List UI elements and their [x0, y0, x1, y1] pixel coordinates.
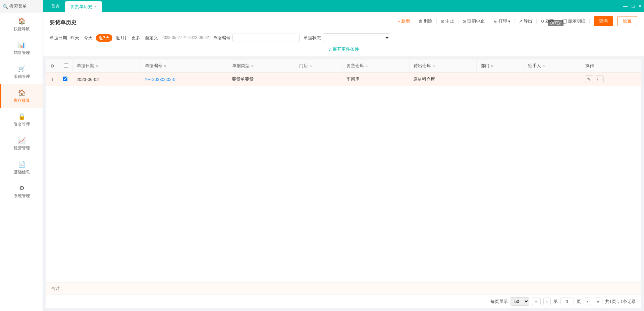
refresh-icon: ↺	[541, 19, 544, 24]
sort-store-icon[interactable]: ⇅	[309, 64, 312, 68]
cancel-stop-button[interactable]: ⊙ 取消中止	[463, 18, 485, 24]
show-detail-toggle[interactable]: 显示明细	[562, 18, 585, 24]
table-header-row: ⚙ 单据日期 ⇅	[46, 59, 641, 73]
date-custom[interactable]: 自定义	[144, 34, 159, 42]
date-filter-group: 单据日期 昨天 今天 近7天 近1月 更多 自定义 2023-05-27 至 2…	[50, 34, 209, 42]
date-today[interactable]: 今天	[83, 34, 94, 42]
row-more-btn[interactable]: ⋮⋮	[596, 75, 604, 83]
per-page-select[interactable]: 50 20 100 200	[511, 297, 529, 306]
sidebar-item-purchase[interactable]: 🛒 采购管理	[0, 60, 43, 84]
divider-2	[436, 19, 437, 24]
basic-icon: 📄	[18, 161, 25, 168]
date-more[interactable]: 更多	[130, 34, 142, 42]
row-checkbox[interactable]	[63, 77, 67, 81]
add-icon: +	[397, 19, 400, 24]
query-button[interactable]: 查询	[594, 16, 613, 26]
sidebar-item-sales[interactable]: 📊 销售管理	[0, 37, 43, 60]
row-department	[476, 73, 524, 86]
cancel-stop-icon: ⊙	[463, 19, 466, 24]
print-chevron: ▾	[508, 19, 511, 24]
sidebar-item-basic[interactable]: 📄 基础信息	[0, 156, 43, 180]
tab-history-label: 要货单历史	[70, 4, 92, 10]
tab-close-icon[interactable]: ×	[94, 4, 97, 9]
delete-button[interactable]: 🗑 删除	[418, 18, 432, 24]
doc-status-filter-group: 单据状态	[304, 33, 390, 42]
table-row: 1 2023-06-02 YH-20230602-0 要货单要货 车间库 原材料…	[46, 73, 641, 86]
prev-page-button[interactable]: ‹	[543, 298, 551, 305]
last-page-button[interactable]: »	[594, 298, 602, 305]
add-button[interactable]: + 新增	[397, 18, 410, 24]
doc-number-filter-group: 单据编号	[213, 34, 300, 42]
tab-home[interactable]: 首页	[46, 0, 65, 12]
sidebar-search[interactable]: 🔍 搜索菜单	[0, 0, 43, 13]
th-doc-no: 单据编号 ⇅	[141, 59, 228, 73]
sort-req-warehouse-icon[interactable]: ⇅	[365, 64, 368, 68]
date-month[interactable]: 近1月	[114, 34, 128, 42]
sidebar-item-operation[interactable]: 📈 经营管理	[0, 132, 43, 156]
first-page-button[interactable]: «	[532, 298, 540, 305]
sidebar-item-quick-nav[interactable]: 🏠 快捷导航	[0, 13, 43, 37]
th-pending-warehouse: 待出仓库 ⇅	[409, 59, 476, 73]
sidebar-search-label: 搜索菜单	[9, 3, 27, 9]
sort-pending-warehouse-icon[interactable]: ⇅	[432, 64, 435, 68]
tab-history[interactable]: 要货单历史 ×	[65, 1, 102, 12]
sidebar-item-finance[interactable]: 🔒 资金管理	[0, 108, 43, 132]
doc-number-input[interactable]	[232, 34, 300, 42]
sales-icon: 📊	[18, 41, 25, 49]
system-icon: ⚙	[19, 184, 24, 192]
expand-chevron-icon: ∨	[328, 47, 331, 52]
date-filter-label: 单据日期	[50, 35, 67, 41]
row-doc-no[interactable]: YH-20230602-0	[141, 73, 228, 86]
sidebar-item-label: 采购管理	[14, 74, 30, 80]
divider-5	[515, 19, 515, 24]
window-close-btn[interactable]: ×	[639, 3, 641, 9]
sidebar-item-system[interactable]: ⚙ 系统管理	[0, 180, 43, 204]
th-date: 单据日期 ⇅	[72, 59, 141, 73]
date-shortcuts: 昨天 今天 近7天 近1月 更多 自定义	[69, 34, 159, 42]
search-icon: 🔍	[3, 4, 8, 9]
row-checkbox-cell[interactable]	[59, 73, 72, 86]
row-date: 2023-06-02	[72, 73, 141, 86]
window-maximize-btn[interactable]: □	[632, 3, 634, 9]
doc-status-select[interactable]	[323, 33, 390, 42]
next-page-button[interactable]: ›	[584, 298, 591, 305]
settings-button[interactable]: 设置	[617, 16, 637, 26]
stop-button[interactable]: ⊘ 中止	[441, 18, 454, 24]
th-settings[interactable]: ⚙	[46, 59, 59, 73]
sort-department-icon[interactable]: ⇅	[491, 64, 493, 68]
date-week[interactable]: 近7天	[96, 34, 112, 42]
divider-7	[558, 19, 558, 24]
doc-status-label: 单据状态	[304, 35, 321, 41]
filter-expand-row: ∨ 展开更多条件	[50, 46, 637, 52]
th-checkbox[interactable]	[59, 59, 72, 73]
expand-more-button[interactable]: ∨ 展开更多条件	[328, 46, 359, 52]
sidebar-item-inventory[interactable]: 🏠 库存核算	[0, 84, 43, 108]
table-area: ⚙ 单据日期 ⇅	[46, 59, 641, 294]
export-icon: ↗	[519, 19, 523, 24]
tab-window-actions: — □ ×	[623, 3, 641, 9]
sort-doctype-icon[interactable]: ⇅	[251, 64, 254, 68]
print-button[interactable]: 🖨 打印 ▾	[493, 18, 511, 24]
page-number-input[interactable]	[560, 298, 574, 305]
divider-1	[414, 19, 414, 24]
sidebar-item-label: 经营管理	[14, 145, 30, 151]
sort-docno-icon[interactable]: ⇅	[164, 64, 166, 68]
date-yesterday[interactable]: 昨天	[69, 34, 80, 42]
export-button[interactable]: ↗ 导出	[519, 18, 532, 24]
show-detail-checkbox[interactable]	[562, 19, 567, 24]
sort-handler-icon[interactable]: ⇅	[542, 64, 545, 68]
sort-date-icon[interactable]: ⇅	[96, 64, 98, 68]
table-wrapper: ⚙ 单据日期 ⇅	[46, 59, 641, 282]
add-label: 新增	[401, 18, 410, 24]
sidebar-item-label: 快捷导航	[14, 26, 30, 32]
export-label: 导出	[524, 18, 532, 24]
window-minimize-btn[interactable]: —	[623, 3, 628, 9]
doc-number-label: 单据编号	[213, 35, 230, 41]
refresh-button[interactable]: ↺ 刷新	[541, 18, 554, 24]
page-label: 第	[553, 299, 558, 305]
select-all-checkbox[interactable]	[64, 63, 68, 68]
row-edit-btn[interactable]: ✎	[585, 75, 593, 83]
page-title: 要货单历史	[50, 19, 76, 26]
row-store	[295, 73, 342, 86]
th-store: 门店 ⇅	[295, 59, 342, 73]
